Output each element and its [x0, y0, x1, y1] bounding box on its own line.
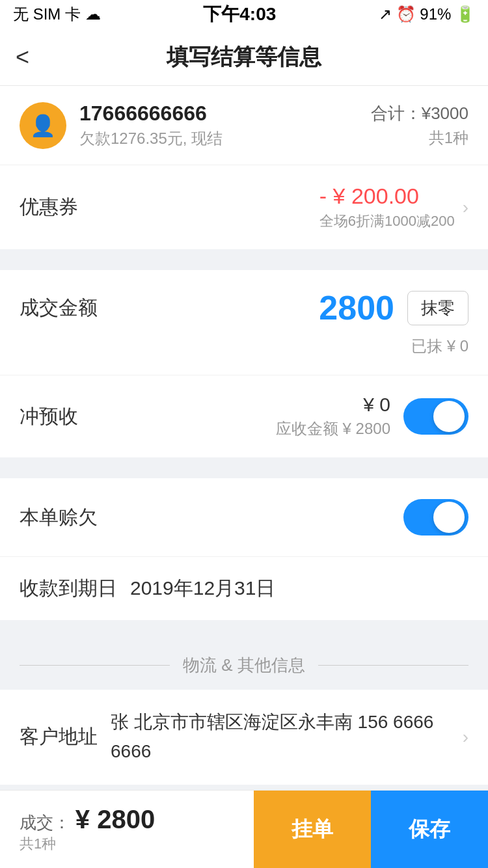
address-value: 张 北京市市辖区海淀区永丰南 156 6666 6666 [98, 708, 463, 766]
chevron-right-icon: › [463, 197, 468, 218]
avatar-icon: 👤 [30, 113, 56, 138]
prepay-row: 冲预收 ¥ 0 应收金额 ¥ 2800 [0, 375, 488, 457]
avatar: 👤 [20, 102, 66, 149]
footer-info: 成交： ¥ 2800 共1种 [0, 805, 254, 854]
duedate-label: 收款到期日 [20, 575, 117, 602]
header: < 填写结算等信息 [0, 29, 488, 86]
toggle-knob [433, 401, 465, 432]
round-button[interactable]: 抹零 [407, 291, 468, 325]
back-button[interactable]: < [16, 44, 29, 71]
sim-status: 无 SIM 卡 ☁ [13, 4, 101, 25]
status-bar: 无 SIM 卡 ☁ 下午4:03 ↗ ⏰ 91% 🔋 [0, 0, 488, 29]
logistics-line-left [20, 665, 170, 666]
hold-button[interactable]: 挂单 [254, 791, 371, 869]
address-chevron-icon: › [463, 727, 468, 748]
prepay-values: ¥ 0 应收金额 ¥ 2800 [276, 394, 390, 439]
footer-count: 共1种 [20, 834, 234, 854]
prepay-sub: 应收金额 ¥ 2800 [276, 418, 390, 439]
amount-card: 成交金额 2800 抹零 已抹 ¥ 0 冲预收 ¥ 0 应收金额 ¥ 2800 [0, 270, 488, 457]
amount-right: 2800 抹零 [319, 288, 468, 327]
prepay-label: 冲预收 [20, 403, 78, 430]
amount-label: 成交金额 [20, 295, 98, 321]
status-right: ↗ ⏰ 91% 🔋 [379, 5, 475, 23]
debit-toggle[interactable] [403, 499, 468, 536]
duedate-value: 2019年12月31日 [130, 575, 275, 602]
status-left: 无 SIM 卡 ☁ [13, 4, 101, 25]
section-divider-2 [0, 468, 488, 478]
amount-row: 成交金额 2800 抹零 [20, 288, 468, 327]
debit-toggle-knob [433, 502, 465, 533]
customer-info: 👤 17666666666 欠款1276.35元, 现结 [20, 102, 223, 149]
customer-card: 👤 17666666666 欠款1276.35元, 现结 合计：¥3000 共1… [0, 86, 488, 249]
debit-row: 本单赊欠 [0, 478, 488, 556]
footer-amount: ¥ 2800 [75, 805, 155, 834]
coupon-discount: - ¥ 200.00 [319, 183, 455, 209]
customer-row: 👤 17666666666 欠款1276.35元, 现结 合计：¥3000 共1… [0, 86, 488, 165]
customer-phone: 17666666666 [79, 102, 223, 126]
coupon-desc: 全场6折满1000减200 [319, 211, 455, 231]
total-count: 共1种 [371, 128, 468, 148]
footer-bar: 成交： ¥ 2800 共1种 挂单 保存 [0, 790, 488, 868]
section-divider-1 [0, 260, 488, 270]
amount-value: 2800 [319, 288, 394, 327]
coupon-info: - ¥ 200.00 全场6折满1000减200 [319, 183, 455, 231]
footer-deal-label: 成交： [20, 813, 70, 832]
footer-deal-row: 成交： ¥ 2800 [20, 805, 234, 834]
prepay-amount: ¥ 0 [276, 394, 390, 416]
address-label: 客户地址 [20, 724, 98, 750]
coupon-right: - ¥ 200.00 全场6折满1000减200 › [319, 183, 468, 231]
total-label: 合计：¥3000 [371, 102, 468, 125]
customer-details: 17666666666 欠款1276.35元, 现结 [79, 102, 223, 149]
debit-card: 本单赊欠 收款到期日 2019年12月31日 [0, 478, 488, 620]
page-title: 填写结算等信息 [167, 42, 321, 72]
logistics-header: 物流 & 其他信息 [0, 641, 488, 690]
section-divider-3 [0, 631, 488, 641]
prepay-toggle[interactable] [403, 398, 468, 435]
coupon-row[interactable]: 优惠券 - ¥ 200.00 全场6折满1000减200 › [0, 165, 488, 249]
customer-total: 合计：¥3000 共1种 [371, 102, 468, 148]
battery-status: ↗ ⏰ 91% 🔋 [379, 5, 475, 23]
address-row[interactable]: 客户地址 张 北京市市辖区海淀区永丰南 156 6666 6666 › [0, 690, 488, 785]
coupon-label: 优惠券 [20, 194, 78, 221]
amount-sub: 已抹 ¥ 0 [411, 337, 468, 355]
logistics-label: 物流 & 其他信息 [183, 654, 305, 677]
duedate-row: 收款到期日 2019年12月31日 [0, 556, 488, 620]
logistics-line-right [318, 665, 468, 666]
save-button[interactable]: 保存 [371, 791, 488, 869]
amount-section: 成交金额 2800 抹零 已抹 ¥ 0 [0, 270, 488, 375]
debit-label: 本单赊欠 [20, 504, 98, 531]
prepay-right: ¥ 0 应收金额 ¥ 2800 [276, 394, 468, 439]
customer-subtitle: 欠款1276.35元, 现结 [79, 128, 223, 149]
status-time: 下午4:03 [203, 2, 276, 27]
